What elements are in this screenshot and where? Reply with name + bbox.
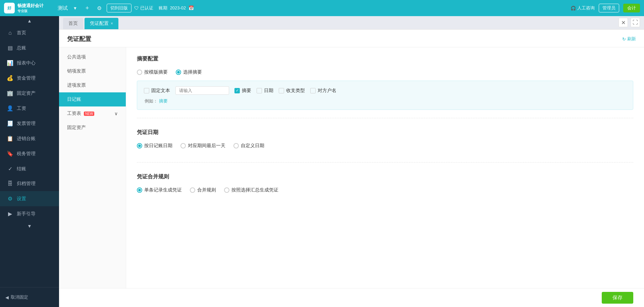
archive-icon: 🗄	[7, 181, 13, 187]
switch-version-button[interactable]: 切到旧版	[107, 4, 131, 12]
sidebar: ▲ ⌂ 首页 ▤ 总账 📊 报表中心 💰 资金管理 🏢 固定资产 👤 工资 🧾 …	[0, 16, 59, 307]
left-nav-purchase-invoice[interactable]: 进项发票	[59, 78, 126, 92]
tab-home[interactable]: 首页	[63, 18, 83, 29]
add-icon[interactable]: +	[83, 3, 92, 13]
tab-voucher-config[interactable]: 凭证配置 ×	[85, 18, 118, 29]
refresh-button[interactable]: ↻ 刷新	[622, 36, 636, 42]
sidebar-item-assets[interactable]: 🏢 固定资产	[0, 86, 59, 101]
left-nav-journal[interactable]: 日记账	[59, 92, 126, 106]
left-nav: 公共选项 销项发票 进项发票 日记账 工资表 NEW	[59, 47, 126, 288]
page-title: 凭证配置	[67, 35, 91, 43]
close-tab-button[interactable]: ✕	[619, 18, 628, 27]
service-button[interactable]: 🎧 人工咨询	[571, 5, 595, 11]
period-info: 账期 2023-02 📅	[159, 5, 194, 11]
radio-inner-select	[177, 71, 180, 74]
radio-circle-journal-date	[137, 143, 142, 148]
summary-title: 摘要配置	[137, 55, 633, 62]
settings-icon[interactable]: ⚙	[95, 3, 104, 13]
example-text: 例如： 摘要	[144, 98, 626, 104]
close-books-icon: ✓	[7, 166, 13, 172]
radio-inner-single	[138, 189, 141, 191]
cancel-fixed-button[interactable]: ◀ 取消固定	[0, 291, 59, 304]
reports-icon: 📊	[7, 60, 13, 66]
checkbox-box-fixed-text	[144, 88, 149, 93]
chevron-down-icon: ∨	[114, 111, 118, 116]
sidebar-item-ledger[interactable]: ▤ 总账	[0, 40, 59, 55]
sidebar-item-sales[interactable]: 📋 进销台账	[0, 131, 59, 146]
main-layout: ▲ ⌂ 首页 ▤ 总账 📊 报表中心 💰 资金管理 🏢 固定资产 👤 工资 🧾 …	[0, 16, 644, 307]
left-nav-sales-invoice[interactable]: 销项发票	[59, 64, 126, 78]
checkbox-payment-type[interactable]: 收支类型	[279, 88, 305, 94]
radio-circle-merge	[190, 187, 195, 193]
company-dropdown-icon[interactable]: ▼	[70, 3, 80, 13]
summary-section: 摘要配置 按模版摘要 选择摘要	[137, 55, 633, 118]
save-button[interactable]: 保存	[602, 292, 633, 304]
date-title: 凭证日期	[137, 129, 633, 136]
certified-badge: 🛡 已认证	[134, 5, 153, 11]
radio-circle-single	[137, 187, 142, 193]
summary-options-row: 固定文本 ✓ 摘要	[144, 86, 626, 95]
sidebar-scroll-down[interactable]: ▼	[0, 221, 59, 231]
radio-circle-template	[137, 70, 142, 75]
sidebar-item-archive[interactable]: 🗄 归档管理	[0, 176, 59, 191]
checkbox-abstract[interactable]: ✓ 摘要	[234, 88, 251, 94]
header-right: 🎧 人工咨询 管理员 会计	[571, 4, 640, 12]
sidebar-item-close[interactable]: ✓ 结账	[0, 161, 59, 176]
radio-inner-journal-date	[138, 144, 141, 147]
checkmark-abstract: ✓	[236, 88, 239, 93]
sidebar-item-settings[interactable]: ⚙ 设置	[0, 191, 59, 206]
checkbox-box-counterpart	[310, 88, 316, 93]
radio-select-summary[interactable]: 选择摘要	[176, 69, 202, 75]
config-panel: 摘要配置 按模版摘要 选择摘要	[126, 47, 644, 288]
left-nav-fixed-assets[interactable]: 固定资产	[59, 121, 126, 135]
checkbox-counterpart[interactable]: 对方户名	[310, 88, 336, 94]
radio-custom-date[interactable]: 自定义日期	[233, 143, 264, 149]
sidebar-item-reports[interactable]: 📊 报表中心	[0, 55, 59, 71]
checkbox-fixed-text[interactable]: 固定文本	[144, 88, 170, 94]
radio-merge-rules[interactable]: 合并规则	[190, 187, 216, 193]
left-nav-payroll-table[interactable]: 工资表 NEW ∨	[59, 106, 126, 121]
sidebar-item-home[interactable]: ⌂ 首页	[0, 26, 59, 40]
radio-template-summary[interactable]: 按模版摘要	[137, 69, 168, 75]
sidebar-item-guide[interactable]: ▶ 新手引导	[0, 206, 59, 221]
accountant-button[interactable]: 会计	[623, 4, 640, 12]
checkbox-date[interactable]: 日期	[257, 88, 273, 94]
date-section: 凭证日期 按日记账日期 对应期间最后一天	[137, 129, 633, 163]
fullscreen-button[interactable]: ⛶	[631, 18, 640, 27]
sidebar-item-funds[interactable]: 💰 资金管理	[0, 71, 59, 86]
sidebar-item-payroll[interactable]: 👤 工资	[0, 101, 59, 116]
radio-circle-summary	[224, 187, 229, 193]
content-area: 首页 凭证配置 × ✕ ⛶ 凭证配置 ↻ 刷新	[59, 16, 644, 307]
radio-period-last[interactable]: 对应期间最后一天	[180, 143, 225, 149]
sidebar-item-invoice[interactable]: 🧾 发票管理	[0, 116, 59, 131]
refresh-icon: ↻	[622, 37, 626, 42]
ledger-icon: ▤	[7, 45, 13, 51]
checkbox-box-date	[257, 88, 262, 93]
checkbox-box-payment-type	[279, 88, 284, 93]
pin-icon: ◀	[5, 295, 9, 300]
header-middle: 测试 ▼ + ⚙ 切到旧版 🛡 已认证 账期 2023-02 📅	[58, 3, 571, 13]
tab-close-icon[interactable]: ×	[111, 21, 113, 26]
merge-radio-group: 单条记录生成凭证 合并规则 按照选择汇总生成凭证	[137, 187, 633, 193]
settings-gear-icon: ⚙	[7, 195, 13, 202]
left-nav-public[interactable]: 公共选项	[59, 50, 126, 64]
page-content: 凭证配置 ↻ 刷新 公共选项 销项发票 进项发票	[59, 30, 644, 307]
guide-icon: ▶	[7, 211, 13, 217]
tab-bar-right: ✕ ⛶	[619, 18, 640, 29]
radio-circle-period-last	[180, 143, 186, 148]
radio-summary-generate[interactable]: 按照选择汇总生成凭证	[224, 187, 278, 193]
tab-bar: 首页 凭证配置 × ✕ ⛶	[59, 16, 644, 30]
sidebar-scroll-up[interactable]: ▲	[0, 16, 59, 26]
summary-options-box: 固定文本 ✓ 摘要	[137, 81, 633, 110]
invoice-icon: 🧾	[7, 120, 13, 127]
radio-journal-date[interactable]: 按日记账日期	[137, 143, 172, 149]
company-name: 测试	[58, 5, 68, 11]
funds-icon: 💰	[7, 75, 13, 81]
calendar-icon[interactable]: 📅	[189, 5, 194, 10]
admin-button[interactable]: 管理员	[599, 4, 619, 12]
sidebar-item-tax[interactable]: 🔖 税务管理	[0, 146, 59, 161]
radio-circle-custom-date	[233, 143, 239, 148]
page-header: 凭证配置 ↻ 刷新	[59, 30, 644, 47]
radio-single-record[interactable]: 单条记录生成凭证	[137, 187, 182, 193]
fixed-text-input[interactable]	[175, 86, 229, 95]
